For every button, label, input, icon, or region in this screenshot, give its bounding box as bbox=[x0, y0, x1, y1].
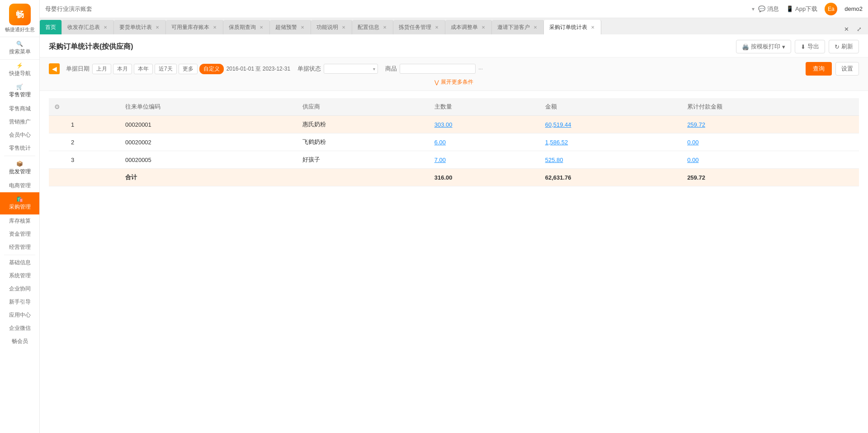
expand-icon: ⋁ bbox=[434, 79, 439, 86]
sidebar-item-wechat[interactable]: 企业微信 bbox=[0, 322, 39, 335]
row-2-paid[interactable]: 0.00 bbox=[682, 133, 859, 151]
expand-button[interactable]: ⋁ 展开更多条件 bbox=[49, 78, 859, 86]
sidebar-item-retail-shop[interactable]: 零售商城 bbox=[0, 102, 39, 115]
basic-label: 基础信息 bbox=[9, 259, 31, 266]
date-btn-this-year[interactable]: 本年 bbox=[134, 64, 153, 74]
tab-available-stock-close[interactable]: ✕ bbox=[212, 24, 217, 30]
app-download-action[interactable]: 📱 App下载 bbox=[786, 5, 817, 13]
col-settings: ⚙ bbox=[49, 98, 66, 116]
tab-warranty[interactable]: 保质期查询 ✕ bbox=[223, 20, 270, 34]
tab-cost-adjust-close[interactable]: ✕ bbox=[481, 24, 486, 30]
tab-function-desc[interactable]: 功能说明 ✕ bbox=[311, 20, 352, 34]
sidebar-search[interactable]: 🔍 搜索菜单 bbox=[0, 37, 39, 60]
col-quantity: 主数量 bbox=[429, 98, 540, 116]
row-1-amount[interactable]: 60,519.44 bbox=[540, 116, 682, 133]
tab-purchase-order-stat-close[interactable]: ✕ bbox=[590, 24, 595, 30]
tab-purchase-stat[interactable]: 要货单统计表 ✕ bbox=[114, 20, 166, 34]
sidebar-item-wholesale[interactable]: 📦 批发管理 bbox=[0, 157, 39, 179]
sidebar-item-newbie[interactable]: 新手引导 bbox=[0, 295, 39, 309]
goods-more-icon[interactable]: ··· bbox=[478, 66, 483, 72]
tab-config[interactable]: 配置信息 ✕ bbox=[352, 20, 393, 34]
tab-overstock-close[interactable]: ✕ bbox=[300, 24, 305, 30]
message-icon: 💬 bbox=[758, 5, 765, 12]
row-3-amount[interactable]: 525.80 bbox=[540, 151, 682, 169]
collapse-toggle[interactable]: ◀ bbox=[49, 63, 60, 74]
sidebar-item-purchase[interactable]: 🛍️ 采购管理 bbox=[0, 192, 39, 214]
row-3-supplier: 好孩子 bbox=[297, 151, 429, 169]
tab-collect[interactable]: 收发存汇总表 ✕ bbox=[62, 20, 114, 34]
sidebar-item-vip[interactable]: 畅会员 bbox=[0, 335, 39, 348]
status-select[interactable] bbox=[324, 64, 378, 74]
query-button[interactable]: 查询 bbox=[806, 62, 832, 76]
export-button[interactable]: ⬇ 导出 bbox=[795, 40, 825, 53]
sidebar-item-inventory[interactable]: 库存核算 bbox=[0, 214, 39, 228]
tab-warranty-close[interactable]: ✕ bbox=[259, 24, 264, 30]
tab-picking-task-close[interactable]: ✕ bbox=[434, 24, 439, 30]
sidebar-item-operations[interactable]: 经营管理 bbox=[0, 241, 39, 254]
print-button[interactable]: 🖨️ 按模板打印 ▾ bbox=[736, 40, 791, 53]
retail-label: 零售管理 bbox=[9, 91, 31, 99]
row-2-settings bbox=[49, 133, 66, 151]
row-2-amount[interactable]: 1,586.52 bbox=[540, 133, 682, 151]
tab-invite[interactable]: 邀请下游客户 ✕ bbox=[492, 20, 544, 34]
tab-cost-adjust[interactable]: 成本调整单 ✕ bbox=[445, 20, 492, 34]
sidebar-item-retail[interactable]: 🛒 零售管理 bbox=[0, 80, 39, 102]
date-btn-custom[interactable]: 自定义 bbox=[199, 64, 224, 74]
sidebar-item-capital[interactable]: 资金管理 bbox=[0, 228, 39, 241]
tab-maximize[interactable]: ⤢ bbox=[854, 24, 864, 34]
tab-function-desc-close[interactable]: ✕ bbox=[341, 24, 346, 30]
sidebar-item-quick-nav[interactable]: ⚡ 快捷导航 bbox=[0, 60, 39, 80]
tab-close-all[interactable]: ✕ bbox=[841, 24, 852, 34]
sidebar-item-member[interactable]: 会员中心 bbox=[0, 128, 39, 142]
tab-overstock[interactable]: 超储预警 ✕ bbox=[270, 20, 311, 34]
main-content: 母婴行业演示账套 ▾ 💬 消息 📱 App下载 Ea demo2 首页 收发存汇… bbox=[40, 0, 868, 433]
tab-picking-task[interactable]: 拣货任务管理 ✕ bbox=[393, 20, 445, 34]
date-btn-7days[interactable]: 近7天 bbox=[155, 64, 177, 74]
logo-icon: 畅 bbox=[9, 4, 31, 25]
column-settings-icon[interactable]: ⚙ bbox=[54, 103, 60, 110]
message-action[interactable]: 💬 消息 bbox=[758, 5, 779, 13]
refresh-button[interactable]: ↻ 刷新 bbox=[829, 40, 859, 53]
row-3-index: 3 bbox=[66, 151, 120, 169]
app-icon: 📱 bbox=[786, 5, 793, 12]
page-header: 采购订单统计表(按供应商) 🖨️ 按模板打印 ▾ ⬇ 导出 ↻ 刷新 bbox=[40, 34, 868, 57]
tab-purchase-order-stat[interactable]: 采购订单统计表 ✕ bbox=[544, 20, 601, 34]
tab-purchase-stat-close[interactable]: ✕ bbox=[155, 24, 160, 30]
avatar-initials: Ea bbox=[828, 6, 835, 12]
date-btn-last-month[interactable]: 上月 bbox=[92, 64, 111, 74]
row-1-quantity[interactable]: 303.00 bbox=[429, 116, 540, 133]
row-3-paid[interactable]: 0.00 bbox=[682, 151, 859, 169]
sidebar-item-marketing[interactable]: 营销推广 bbox=[0, 115, 39, 128]
table-footer-row: 合计 316.00 62,631.76 259.72 bbox=[49, 169, 859, 186]
sidebar-item-ecommerce[interactable]: 电商管理 bbox=[0, 179, 39, 192]
tab-home[interactable]: 首页 bbox=[40, 20, 62, 34]
settings-button[interactable]: 设置 bbox=[835, 62, 859, 76]
date-btn-more[interactable]: 更多 bbox=[179, 64, 198, 74]
footer-amount: 62,631.76 bbox=[540, 169, 682, 186]
tab-config-close[interactable]: ✕ bbox=[382, 24, 387, 30]
date-btn-this-month[interactable]: 本月 bbox=[113, 64, 132, 74]
tab-invite-close[interactable]: ✕ bbox=[533, 24, 538, 30]
sidebar-item-enterprise[interactable]: 企业协同 bbox=[0, 282, 39, 295]
data-table: ⚙ 往来单位编码 供应商 主数量 金额 累计付款金额 1 00020001 bbox=[49, 98, 859, 186]
row-3-quantity[interactable]: 7.00 bbox=[429, 151, 540, 169]
tabs-controls: ✕ ⤢ bbox=[837, 24, 868, 34]
ecommerce-label: 电商管理 bbox=[9, 182, 31, 190]
row-2-quantity[interactable]: 6.00 bbox=[429, 133, 540, 151]
filter-row-main: ◀ 单据日期 上月 本月 本年 近7天 更多 自定义 2016-01-01 至 … bbox=[49, 62, 859, 76]
newbie-label: 新手引导 bbox=[9, 298, 31, 306]
goods-input[interactable] bbox=[400, 64, 476, 74]
user-avatar[interactable]: Ea bbox=[825, 3, 837, 15]
tab-config-label: 配置信息 bbox=[358, 24, 379, 31]
app-download-label: App下载 bbox=[795, 5, 817, 13]
sidebar-item-system[interactable]: 系统管理 bbox=[0, 269, 39, 282]
tab-available-stock[interactable]: 可用量库存账本 ✕ bbox=[166, 20, 223, 34]
row-1-paid[interactable]: 259.72 bbox=[682, 116, 859, 133]
row-1-settings bbox=[49, 116, 66, 133]
top-bar-actions: 💬 消息 📱 App下载 Ea demo2 bbox=[758, 3, 863, 15]
tab-collect-close[interactable]: ✕ bbox=[103, 24, 108, 30]
print-dropdown-icon: ▾ bbox=[782, 43, 785, 50]
sidebar-item-basic[interactable]: 基础信息 bbox=[0, 256, 39, 269]
sidebar-item-app-center[interactable]: 应用中心 bbox=[0, 309, 39, 322]
sidebar-item-retail-stats[interactable]: 零售统计 bbox=[0, 142, 39, 155]
